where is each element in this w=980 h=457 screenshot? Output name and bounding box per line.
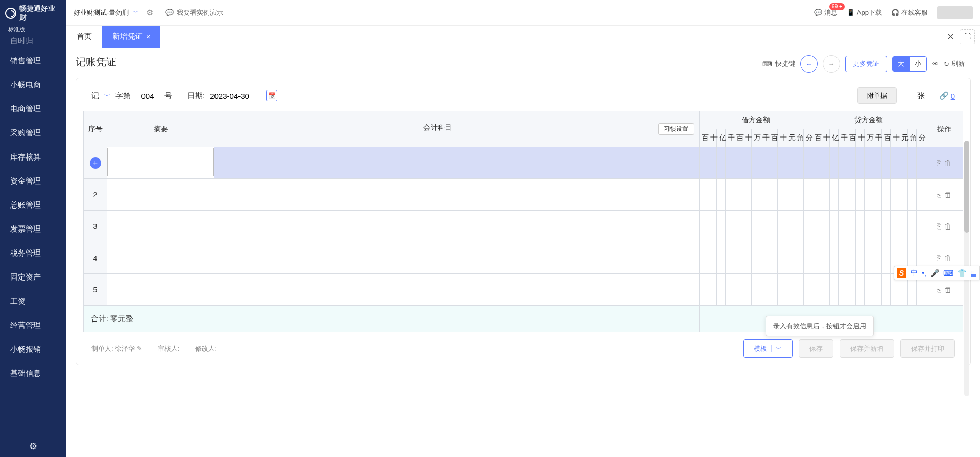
credit-digit[interactable] [899, 179, 908, 211]
debit-digit[interactable] [734, 211, 743, 242]
copy-row-icon[interactable]: ⎘ [937, 190, 941, 199]
summary-cell[interactable] [107, 274, 214, 306]
sidebar-item-ecom[interactable]: 电商管理 [0, 97, 66, 121]
debit-digit[interactable] [804, 274, 812, 306]
debit-digit[interactable] [769, 274, 778, 306]
debit-digit[interactable] [743, 242, 752, 274]
debit-digit[interactable] [708, 179, 717, 211]
credit-digit[interactable] [812, 274, 821, 306]
debit-digit[interactable] [786, 179, 795, 211]
debit-digit[interactable] [760, 147, 769, 179]
debit-digit[interactable] [769, 147, 778, 179]
credit-digit[interactable] [847, 179, 856, 211]
credit-digit[interactable] [821, 179, 830, 211]
chevron-down-icon[interactable]: ﹀ [104, 92, 110, 100]
credit-digit[interactable] [847, 147, 856, 179]
credit-digit[interactable] [830, 242, 839, 274]
ime-skin-icon[interactable]: 👕 [958, 269, 966, 277]
debit-digit[interactable] [717, 147, 726, 179]
credit-digit[interactable] [873, 211, 882, 242]
credit-digit[interactable] [856, 211, 865, 242]
debit-digit[interactable] [778, 211, 786, 242]
topbar-settings-icon[interactable]: ⚙ [146, 8, 153, 17]
summary-cell[interactable] [107, 211, 214, 242]
credit-digit[interactable] [847, 274, 856, 306]
debit-digit[interactable] [786, 242, 795, 274]
debit-digit[interactable] [700, 211, 708, 242]
debit-digit[interactable] [769, 179, 778, 211]
credit-digit[interactable] [908, 211, 917, 242]
demo-link[interactable]: 💬 我要看实例演示 [165, 8, 223, 17]
sidebar-item-assets[interactable]: 固定资产 [0, 265, 66, 289]
credit-digit[interactable] [812, 147, 821, 179]
debit-digit[interactable] [743, 211, 752, 242]
debit-digit[interactable] [708, 274, 717, 306]
subject-cell[interactable] [214, 274, 700, 306]
debit-digit[interactable] [778, 274, 786, 306]
delete-row-icon[interactable]: 🗑 [944, 285, 952, 294]
sidebar-settings[interactable]: ⚙ [0, 436, 66, 457]
copy-row-icon[interactable]: ⎘ [937, 222, 941, 231]
debit-digit[interactable] [717, 274, 726, 306]
sidebar-item-inventory[interactable]: 库存核算 [0, 145, 66, 169]
ime-voice-icon[interactable]: 🎤 [930, 269, 939, 277]
credit-digit[interactable] [856, 147, 865, 179]
sidebar-item-operation[interactable]: 经营管理 [0, 313, 66, 337]
delete-row-icon[interactable]: 🗑 [944, 190, 952, 199]
debit-digit[interactable] [778, 179, 786, 211]
credit-digit[interactable] [873, 274, 882, 306]
habit-settings-button[interactable]: 习惯设置 [658, 123, 694, 135]
debit-digit[interactable] [726, 242, 734, 274]
credit-digit[interactable] [873, 242, 882, 274]
sidebar-item-tax[interactable]: 税务管理 [0, 241, 66, 265]
credit-digit[interactable] [882, 274, 891, 306]
credit-digit[interactable] [865, 147, 873, 179]
credit-digit[interactable] [839, 211, 847, 242]
credit-digit[interactable] [899, 147, 908, 179]
debit-digit[interactable] [786, 274, 795, 306]
debit-digit[interactable] [726, 274, 734, 306]
credit-digit[interactable] [821, 242, 830, 274]
credit-digit[interactable] [839, 147, 847, 179]
avatar[interactable] [937, 6, 973, 19]
debit-digit[interactable] [795, 242, 804, 274]
debit-digit[interactable] [804, 211, 812, 242]
debit-digit[interactable] [760, 274, 769, 306]
ime-keyboard-icon[interactable]: ⌨ [943, 269, 953, 277]
credit-digit[interactable] [830, 274, 839, 306]
credit-digit[interactable] [865, 179, 873, 211]
credit-digit[interactable] [873, 147, 882, 179]
sidebar-item-funds[interactable]: 资金管理 [0, 169, 66, 193]
copy-row-icon[interactable]: ⎘ [937, 285, 941, 294]
debit-digit[interactable] [795, 211, 804, 242]
ime-toolbar[interactable]: S 中 •, 🎤 ⌨ 👕 ▦ [894, 266, 980, 280]
ime-lang[interactable]: 中 [911, 268, 918, 278]
debit-digit[interactable] [778, 242, 786, 274]
next-voucher-button[interactable]: → [823, 55, 840, 73]
debit-digit[interactable] [700, 179, 708, 211]
debit-digit[interactable] [726, 179, 734, 211]
voucher-type[interactable]: 记 [91, 91, 99, 101]
debit-digit[interactable] [804, 179, 812, 211]
ime-toolbox-icon[interactable]: ▦ [970, 269, 977, 277]
fullscreen-button[interactable]: ⛶ [960, 29, 975, 44]
sidebar-item-xc-ecom[interactable]: 小畅电商 [0, 73, 66, 97]
debit-digit[interactable] [734, 274, 743, 306]
subject-cell[interactable] [214, 147, 700, 179]
debit-digit[interactable] [752, 147, 760, 179]
credit-digit[interactable] [865, 274, 873, 306]
attach-button[interactable]: 附单据 [857, 87, 897, 104]
delete-row-icon[interactable]: 🗑 [944, 222, 952, 231]
credit-digit[interactable] [856, 242, 865, 274]
credit-digit[interactable] [891, 211, 899, 242]
credit-digit[interactable] [891, 179, 899, 211]
debit-digit[interactable] [700, 274, 708, 306]
debit-digit[interactable] [734, 242, 743, 274]
summary-cell[interactable] [107, 179, 214, 211]
delete-row-icon[interactable]: 🗑 [944, 254, 952, 262]
template-button[interactable]: 模板 ﹀ [743, 339, 793, 358]
size-big[interactable]: 大 [893, 57, 910, 71]
copy-row-icon[interactable]: ⎘ [937, 158, 941, 167]
calendar-icon[interactable]: 📅 [266, 90, 277, 101]
debit-digit[interactable] [700, 242, 708, 274]
